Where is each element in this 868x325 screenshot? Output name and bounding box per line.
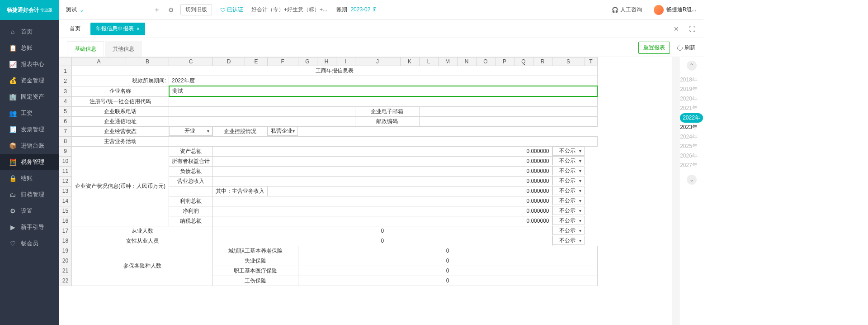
- cell-r11[interactable]: 0.000000: [213, 166, 552, 176]
- col-E[interactable]: E: [245, 57, 268, 66]
- sidebar-item-归档管理[interactable]: 🗂归档管理: [0, 186, 59, 203]
- reset-report-button[interactable]: 重置报表: [638, 42, 670, 54]
- col-S[interactable]: S: [552, 57, 585, 66]
- disclose-r10[interactable]: 不公示: [552, 156, 585, 165]
- cell-email[interactable]: [419, 106, 597, 116]
- scrollbar-vertical[interactable]: [672, 57, 679, 325]
- disclose-r11[interactable]: 不公示: [552, 166, 585, 175]
- disclose-r9[interactable]: 不公示: [552, 147, 585, 156]
- sidebar-item-税务管理[interactable]: 🧮税务管理: [0, 154, 59, 170]
- switch-old-button[interactable]: 切到旧版: [180, 4, 212, 15]
- tab-annual-report[interactable]: 年报信息申报表×: [90, 23, 145, 35]
- fullscreen-icon[interactable]: ⛶: [686, 25, 698, 33]
- disclose-r14[interactable]: 不公示: [552, 196, 585, 205]
- col-A[interactable]: A: [72, 57, 126, 66]
- sidebar-item-首页[interactable]: ⌂首页: [0, 24, 59, 40]
- sidebar-item-总账[interactable]: 📋总账: [0, 40, 59, 56]
- cell-r22[interactable]: 0: [298, 276, 597, 286]
- period-value[interactable]: 2023-02: [350, 6, 370, 13]
- cell-r14[interactable]: 0.000000: [213, 196, 552, 206]
- col-R[interactable]: R: [533, 57, 552, 66]
- year-2020年[interactable]: 2020年: [680, 94, 703, 104]
- cell-r15[interactable]: 0.000000: [213, 206, 552, 216]
- sidebar-item-结账[interactable]: 🔒结账: [0, 170, 59, 186]
- col-K[interactable]: K: [400, 57, 419, 66]
- col-O[interactable]: O: [476, 57, 495, 66]
- disclose-female[interactable]: 不公示: [552, 236, 585, 245]
- cell-r12[interactable]: 0.000000: [213, 176, 552, 186]
- cell-company-name[interactable]: 测试: [169, 86, 598, 96]
- cell-reg-no[interactable]: [169, 96, 598, 106]
- col-H[interactable]: H: [317, 57, 336, 66]
- col-J[interactable]: J: [355, 57, 400, 66]
- cell-r16[interactable]: 0.000000: [213, 216, 552, 226]
- col-I[interactable]: I: [336, 57, 355, 66]
- refresh-button[interactable]: 刷新: [677, 44, 695, 52]
- sidebar-item-进销台账[interactable]: 📦进销台账: [0, 138, 59, 154]
- col-B[interactable]: B: [126, 57, 169, 66]
- tab-home[interactable]: 首页: [64, 23, 86, 35]
- year-2019年[interactable]: 2019年: [680, 85, 703, 94]
- cell-phone[interactable]: [169, 106, 355, 116]
- sidebar-item-资金管理[interactable]: 💰资金管理: [0, 72, 59, 89]
- col-G[interactable]: G: [298, 57, 317, 66]
- col-Q[interactable]: Q: [514, 57, 533, 66]
- year-2021年[interactable]: 2021年: [680, 104, 703, 113]
- sidebar-item-工资[interactable]: 👥工资: [0, 105, 59, 121]
- col-L[interactable]: L: [419, 57, 438, 66]
- cell-female[interactable]: 0: [213, 236, 552, 246]
- year-2018年[interactable]: 2018年: [680, 75, 703, 85]
- disclose-employees[interactable]: 不公示: [552, 226, 585, 235]
- year-2022年[interactable]: 2022年: [680, 113, 703, 123]
- sidebar-item-固定资产[interactable]: 🏢固定资产: [0, 89, 59, 105]
- sidebar-item-发票管理[interactable]: 🧾发票管理: [0, 121, 59, 138]
- cell-postcode[interactable]: [419, 116, 597, 126]
- subtab-other[interactable]: 其他信息: [105, 41, 142, 57]
- disclose-r12[interactable]: 不公示: [552, 176, 585, 185]
- cell-main-biz[interactable]: [169, 136, 598, 146]
- sidebar-item-新手引导[interactable]: ▶新手引导: [0, 219, 59, 235]
- org-selector[interactable]: 测试 ⌄: [66, 6, 147, 14]
- cell-address[interactable]: [169, 116, 355, 126]
- year-2024年[interactable]: 2024年: [680, 132, 703, 142]
- ai-support-button[interactable]: 🎧 人工咨询: [612, 6, 642, 14]
- subtab-basic[interactable]: 基础信息: [67, 41, 104, 57]
- year-2023年[interactable]: 2023年: [680, 123, 703, 132]
- year-up-icon[interactable]: ⌃: [687, 61, 697, 71]
- cell-r20[interactable]: 0: [298, 256, 597, 266]
- cell-r19[interactable]: 0: [298, 246, 597, 256]
- year-2025年[interactable]: 2025年: [680, 142, 703, 151]
- col-C[interactable]: C: [169, 57, 213, 66]
- cell-holding[interactable]: 私营企业: [268, 127, 298, 136]
- user-menu[interactable]: 畅捷通B组...: [654, 5, 696, 15]
- sidebar-item-设置[interactable]: ⚙设置: [0, 203, 59, 219]
- sub-tabs: 基础信息 其他信息 重置报表 刷新: [59, 38, 703, 57]
- year-down-icon[interactable]: ⌄: [687, 175, 697, 185]
- spreadsheet[interactable]: ABCDEFGHIJKLMNOPQRST1工商年报信息表2税款所属期间:2022…: [59, 57, 672, 325]
- disclose-r13[interactable]: 不公示: [552, 186, 585, 195]
- nav-icon: 🏢: [9, 93, 16, 100]
- cell-r21[interactable]: 0: [298, 266, 597, 276]
- cell-op-status[interactable]: 开业: [169, 127, 212, 136]
- col-F[interactable]: F: [268, 57, 298, 66]
- disclose-r16[interactable]: 不公示: [552, 216, 585, 225]
- cell-employees[interactable]: 0: [213, 226, 552, 236]
- sidebar-item-畅会员[interactable]: ♡畅会员: [0, 235, 59, 252]
- gear-icon[interactable]: ⚙: [166, 6, 176, 14]
- close-all-icon[interactable]: ✕: [671, 25, 682, 33]
- year-2027年[interactable]: 2027年: [680, 161, 703, 170]
- col-N[interactable]: N: [457, 57, 476, 66]
- cell-r10[interactable]: 0.000000: [213, 156, 552, 166]
- sidebar-item-报表中心[interactable]: 📈报表中心: [0, 56, 59, 72]
- col-D[interactable]: D: [213, 57, 245, 66]
- avatar: [654, 5, 664, 15]
- col-P[interactable]: P: [495, 57, 514, 66]
- close-icon[interactable]: ×: [137, 26, 140, 32]
- cell-r9[interactable]: 0.000000: [213, 146, 552, 156]
- col-M[interactable]: M: [438, 57, 457, 66]
- add-icon[interactable]: ＋: [152, 6, 162, 14]
- col-T[interactable]: T: [585, 57, 597, 66]
- cell-r13[interactable]: 0.000000: [268, 186, 552, 196]
- year-2026年[interactable]: 2026年: [680, 151, 703, 161]
- disclose-r15[interactable]: 不公示: [552, 206, 585, 215]
